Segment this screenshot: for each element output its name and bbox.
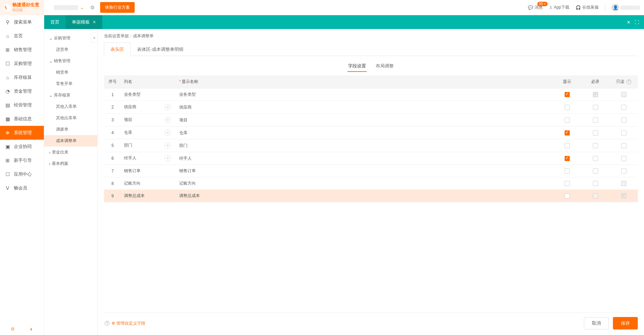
nav-system[interactable]: ✲系统管理 — [0, 126, 44, 140]
sub-item[interactable]: 零售开单 — [44, 78, 97, 90]
top-header: 畅捷通好生意 精品版 ⌄ ⚙ 体验行业方案 💬 消息 99 + ⇩ App下载 … — [0, 0, 644, 15]
tab-home[interactable]: 首页 — [44, 15, 66, 29]
sub-group[interactable]: ›资金往来 — [44, 147, 97, 158]
sub-group[interactable]: ⌄销售管理 — [44, 55, 97, 67]
sub-tab[interactable]: 字段设置 — [347, 61, 367, 72]
cell-display[interactable]: 业务类型 — [176, 89, 553, 101]
help-icon[interactable]: ? — [626, 80, 631, 84]
chevron-icon: ⌄ — [49, 93, 52, 98]
checkbox-required[interactable] — [593, 105, 598, 110]
checkbox-required[interactable] — [593, 168, 598, 174]
sub-item[interactable]: 调拨单 — [44, 124, 97, 135]
checkbox-show[interactable] — [565, 193, 570, 198]
fullscreen-icon[interactable]: ⛶ — [635, 20, 639, 25]
nav-funds[interactable]: ◔资金管理 — [0, 84, 44, 98]
checkbox-readonly[interactable] — [621, 168, 626, 174]
checkbox-show[interactable] — [565, 181, 570, 186]
checkbox-readonly[interactable] — [621, 118, 626, 123]
sub-item[interactable]: 进货单 — [44, 44, 97, 55]
checkbox-required[interactable] — [593, 181, 598, 186]
nav-inventory-label: 库存核算 — [14, 74, 32, 81]
cell-readonly — [609, 165, 638, 177]
plus-icon[interactable]: + — [165, 117, 171, 123]
cell-colname: 销售订单 — [121, 165, 176, 177]
close-all-icon[interactable]: ✕ — [627, 20, 631, 25]
cell-show — [553, 177, 581, 190]
nav-member[interactable]: V畅会员 — [0, 181, 44, 195]
messages-button[interactable]: 💬 消息 99 + — [528, 4, 543, 10]
manage-custom-fields-link[interactable]: ⚙ 管理自定义字段 — [112, 320, 145, 326]
checkbox-readonly[interactable] — [621, 156, 626, 161]
inner-tab[interactable]: 表头区 — [104, 43, 131, 56]
online-service-button[interactable]: 🎧 在线客服 — [576, 4, 599, 10]
plus-icon[interactable]: + — [165, 142, 171, 149]
nav-purchase[interactable]: ☐采购管理 — [0, 57, 44, 71]
cell-display[interactable]: 部门 — [176, 139, 553, 152]
nav-sales-label: 销售管理 — [14, 47, 32, 53]
cancel-button[interactable]: 取消 — [584, 317, 609, 329]
nav-sales[interactable]: ⊞销售管理 — [0, 43, 44, 57]
cell-display[interactable]: 仓库 — [176, 127, 553, 139]
sub-tab[interactable]: 布局调整 — [375, 61, 394, 72]
checkbox-required[interactable] — [593, 143, 598, 148]
cell-display[interactable]: 调整总成本 — [176, 190, 553, 202]
nav-basic[interactable]: ▦基础信息 — [0, 112, 44, 126]
tab-template[interactable]: 单据模板 ✕ — [66, 15, 102, 29]
plus-icon[interactable]: + — [165, 130, 171, 136]
nav-business[interactable]: ▤经营管理 — [0, 98, 44, 112]
checkbox-show[interactable] — [565, 105, 570, 110]
settings-icon[interactable]: ⚙ — [11, 326, 15, 332]
cell-display[interactable]: 销售订单 — [176, 165, 553, 177]
experience-industry-button[interactable]: 体验行业方案 — [100, 2, 135, 13]
cell-required — [581, 101, 609, 114]
checkbox-readonly[interactable] — [621, 130, 626, 136]
nav-inventory[interactable]: ⌂库存核算 — [0, 71, 44, 84]
nav-home[interactable]: ⌂首页 — [0, 29, 44, 43]
nav-search[interactable]: ⚲搜索菜单 — [0, 15, 44, 29]
cell-show — [553, 101, 581, 114]
plus-icon[interactable]: + — [165, 104, 171, 110]
checkbox-readonly[interactable] — [621, 143, 626, 148]
checkbox-readonly[interactable] — [621, 105, 626, 110]
checkbox-show[interactable] — [565, 92, 570, 97]
gear-icon[interactable]: ⚙ — [90, 4, 95, 11]
nav-collab[interactable]: ▣企业协同 — [0, 140, 44, 153]
checkbox-show[interactable] — [565, 130, 570, 136]
sub-group[interactable]: ›基本档案 — [44, 158, 97, 169]
collapse-nav-icon[interactable]: ⏴ — [29, 326, 33, 332]
checkbox-required[interactable] — [593, 156, 598, 161]
sub-item[interactable]: 其他出库单 — [44, 112, 97, 124]
checkbox-show[interactable] — [565, 168, 570, 174]
cell-seq: 9 — [104, 190, 121, 202]
checkbox-required[interactable] — [593, 130, 598, 136]
inner-tab[interactable]: 表体区-成本调整单明细 — [131, 43, 190, 56]
checkbox-show[interactable] — [565, 156, 570, 161]
plus-icon[interactable]: + — [165, 155, 171, 161]
sub-group[interactable]: ⌄采购管理 — [44, 32, 97, 44]
help-icon[interactable]: ? — [105, 321, 109, 326]
sub-group[interactable]: ⌄库存核算 — [44, 90, 97, 101]
cell-display[interactable]: 项目 — [176, 114, 553, 127]
collapse-sub-sidebar-icon[interactable]: « — [91, 32, 98, 43]
nav-apps[interactable]: ☐应用中心 — [0, 167, 44, 181]
cell-display[interactable]: 记账方向 — [176, 177, 553, 190]
sub-item[interactable]: 销货单 — [44, 67, 97, 78]
nav-footer: ⚙ ⏴ — [0, 323, 44, 335]
company-select[interactable]: ⌄ — [51, 3, 87, 11]
checkbox-show[interactable] — [565, 143, 570, 148]
sub-item[interactable]: 成本调整单 — [44, 135, 97, 147]
nav-guide[interactable]: ⊞新手引导 — [0, 153, 44, 167]
sub-item[interactable]: 其他入库单 — [44, 101, 97, 112]
checkbox-show[interactable] — [565, 118, 570, 123]
cell-required — [581, 152, 609, 165]
cell-display[interactable]: 供应商 — [176, 101, 553, 114]
checkbox-required[interactable] — [593, 118, 598, 123]
th-colname: 列名 — [121, 75, 176, 89]
nav-purchase-icon: ☐ — [5, 61, 10, 66]
cell-display[interactable]: 经手人 — [176, 152, 553, 165]
cell-colname: 调整总成本 — [121, 190, 176, 202]
user-menu[interactable]: 👤 — [612, 4, 640, 11]
close-icon[interactable]: ✕ — [93, 20, 96, 25]
save-button[interactable]: 保存 — [613, 317, 638, 329]
app-download-button[interactable]: ⇩ App下载 — [549, 4, 569, 10]
